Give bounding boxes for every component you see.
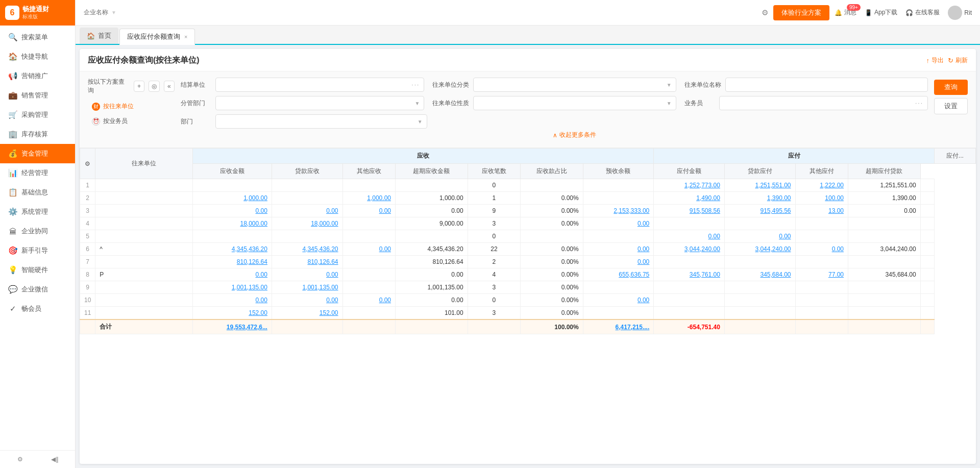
- table-cell-link[interactable]: 915,508.56: [654, 205, 725, 217]
- table-cell-link[interactable]: 345,761.00: [654, 268, 725, 281]
- table-cell-link[interactable]: [342, 307, 395, 320]
- app-download-btn[interactable]: 📱 App下载: [865, 8, 897, 17]
- filter-target-btn[interactable]: ◎: [149, 81, 159, 92]
- table-cell-link[interactable]: 1,390.00: [724, 192, 795, 205]
- table-cell-link[interactable]: 0.00: [583, 217, 654, 230]
- table-cell-link[interactable]: [272, 192, 342, 205]
- table-cell-link[interactable]: [795, 281, 848, 294]
- table-cell-link[interactable]: 1,001,135.00: [272, 281, 342, 294]
- sidebar-item-search-menu[interactable]: 🔍搜索菜单: [0, 28, 75, 47]
- footer-ar-advance[interactable]: 6,417,215....: [583, 319, 654, 334]
- settlement-unit-input[interactable]: ···: [215, 78, 424, 92]
- table-cell-link[interactable]: [583, 281, 654, 294]
- table-cell-link[interactable]: [342, 179, 395, 192]
- table-cell-link[interactable]: 18,000.00: [272, 217, 342, 230]
- table-cell-link[interactable]: 0.00: [193, 268, 272, 281]
- unit-name-input[interactable]: [725, 78, 928, 92]
- scheme-by-unit[interactable]: 财 按往来单位: [88, 100, 175, 113]
- table-cell-link[interactable]: [342, 268, 395, 281]
- table-settings-col[interactable]: ⚙: [80, 149, 95, 179]
- table-cell-link[interactable]: [342, 281, 395, 294]
- sidebar-item-finance[interactable]: 💰资金管理: [0, 144, 75, 163]
- table-cell-link[interactable]: 152.00: [272, 307, 342, 320]
- sidebar-item-marketing[interactable]: 📢营销推广: [0, 66, 75, 86]
- table-cell-link[interactable]: [654, 294, 725, 307]
- unit-nature-input[interactable]: ▼: [473, 96, 676, 110]
- sidebar-item-sys-mgmt[interactable]: ⚙️系统管理: [0, 202, 75, 221]
- table-cell-link[interactable]: [724, 256, 795, 268]
- table-cell-link[interactable]: [654, 281, 725, 294]
- table-cell-link[interactable]: [654, 307, 725, 320]
- table-cell-link[interactable]: 1,490.00: [654, 192, 725, 205]
- unit-category-input[interactable]: ▼: [473, 78, 676, 92]
- table-cell-link[interactable]: 0.00: [724, 230, 795, 243]
- query-button[interactable]: 查询: [934, 80, 968, 95]
- sidebar-item-member[interactable]: ✓畅会员: [0, 299, 75, 318]
- table-cell-link[interactable]: [583, 179, 654, 192]
- table-cell-link[interactable]: [342, 230, 395, 243]
- sidebar-item-operations[interactable]: 📊经营管理: [0, 163, 75, 183]
- tab-ar-ap-query[interactable]: 应收应付余额查询×: [119, 29, 195, 45]
- table-cell-link[interactable]: 4,345,436.20: [193, 243, 272, 256]
- tab-close-ar-ap-query[interactable]: ×: [184, 34, 187, 40]
- table-cell-link[interactable]: [795, 294, 848, 307]
- table-cell-link[interactable]: 1,252,773.00: [654, 179, 725, 192]
- table-cell-link[interactable]: 0.00: [342, 205, 395, 217]
- table-cell-link[interactable]: 345,684.00: [724, 268, 795, 281]
- table-cell-link[interactable]: [724, 307, 795, 320]
- table-cell-link[interactable]: 0.00: [272, 268, 342, 281]
- table-cell-link[interactable]: 152.00: [193, 307, 272, 320]
- table-cell-link[interactable]: [583, 192, 654, 205]
- sidebar-item-purchase[interactable]: 🛒采购管理: [0, 105, 75, 125]
- table-cell-link[interactable]: [193, 230, 272, 243]
- table-cell-link[interactable]: 4,345,436.20: [272, 243, 342, 256]
- dept-mgr-input[interactable]: ▼: [215, 96, 424, 110]
- table-cell-link[interactable]: 810,126.64: [193, 256, 272, 268]
- filter-back-btn[interactable]: «: [164, 81, 175, 92]
- filter-add-btn[interactable]: +: [134, 81, 144, 92]
- table-cell-link[interactable]: [795, 230, 848, 243]
- table-cell-link[interactable]: 3,044,240.00: [654, 243, 725, 256]
- online-service-btn[interactable]: 🎧 在线客服: [905, 8, 940, 17]
- table-cell-link[interactable]: 0.00: [654, 230, 725, 243]
- table-cell-link[interactable]: [583, 307, 654, 320]
- tab-home[interactable]: 🏠首页: [80, 28, 118, 44]
- sidebar-item-enterprise[interactable]: 🏛企业协同: [0, 221, 75, 241]
- table-cell-link[interactable]: 810,126.64: [272, 256, 342, 268]
- staff-input[interactable]: ···: [719, 96, 928, 110]
- sidebar-item-basic-info[interactable]: 📋基础信息: [0, 183, 75, 202]
- table-cell-link[interactable]: 2,153,333.00: [583, 205, 654, 217]
- table-cell-link[interactable]: [724, 281, 795, 294]
- sidebar-item-quick-nav[interactable]: 🏠快捷导航: [0, 47, 75, 66]
- sidebar-item-sales[interactable]: 💼销售管理: [0, 86, 75, 105]
- table-cell-link[interactable]: 0.00: [193, 205, 272, 217]
- table-cell-link[interactable]: [795, 307, 848, 320]
- table-cell-link[interactable]: 13.00: [795, 205, 848, 217]
- solution-button[interactable]: 体验行业方案: [773, 5, 829, 20]
- table-cell-link[interactable]: [342, 256, 395, 268]
- table-cell-link[interactable]: 0.00: [342, 294, 395, 307]
- table-cell-link[interactable]: 655,636.75: [583, 268, 654, 281]
- sidebar-item-smart-hw[interactable]: 💡智能硬件: [0, 260, 75, 280]
- table-cell-link[interactable]: [583, 230, 654, 243]
- table-cell-link[interactable]: [724, 294, 795, 307]
- sidebar-settings-btn[interactable]: ⚙: [5, 456, 35, 463]
- topbar-gear-icon[interactable]: ⚙: [762, 8, 768, 17]
- table-cell-link[interactable]: [724, 217, 795, 230]
- table-cell-link[interactable]: 100.00: [795, 192, 848, 205]
- table-cell-link[interactable]: 915,495.56: [724, 205, 795, 217]
- table-cell-link[interactable]: 0.00: [193, 294, 272, 307]
- dept-input[interactable]: ▼: [215, 114, 427, 129]
- filter-collapse-btn[interactable]: ∧ 收起更多条件: [181, 129, 968, 141]
- table-cell-link[interactable]: 18,000.00: [193, 217, 272, 230]
- sidebar-item-guide[interactable]: 🎯新手引导: [0, 241, 75, 260]
- table-cell-link[interactable]: 3,044,240.00: [724, 243, 795, 256]
- footer-ar-total[interactable]: 19,553,472,6...: [193, 319, 272, 334]
- refresh-button[interactable]: ↻ 刷新: [948, 56, 968, 65]
- table-cell-link[interactable]: 77.00: [795, 268, 848, 281]
- table-cell-link[interactable]: 1,000.00: [193, 192, 272, 205]
- table-cell-link[interactable]: [795, 217, 848, 230]
- table-cell-link[interactable]: 1,251,551.00: [724, 179, 795, 192]
- user-menu[interactable]: Rit: [948, 6, 972, 20]
- scheme-by-staff[interactable]: ⏰ 按业务员: [88, 115, 175, 128]
